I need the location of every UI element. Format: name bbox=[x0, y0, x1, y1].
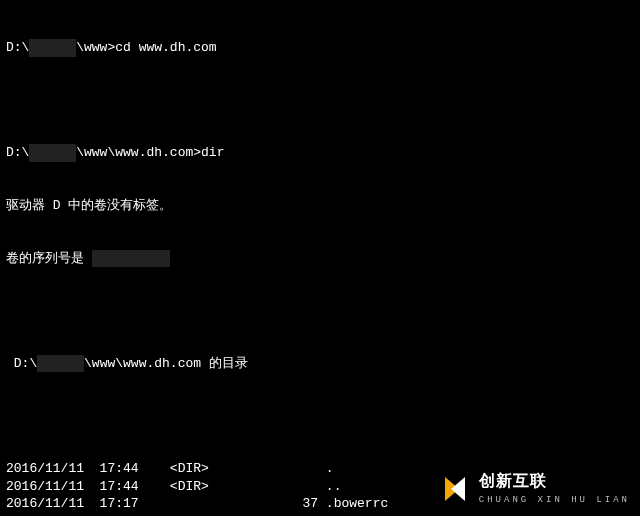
serial-line: 卷的序列号是 bbox=[6, 250, 634, 268]
watermark-sub: CHUANG XIN HU LIAN bbox=[479, 494, 630, 506]
prompt-line-1: D:\ \www>cd www.dh.com bbox=[6, 39, 634, 57]
masked-segment bbox=[29, 39, 76, 57]
masked-segment bbox=[37, 355, 84, 373]
watermark-main: 创新互联 bbox=[479, 472, 630, 494]
masked-segment bbox=[29, 144, 76, 162]
masked-segment bbox=[92, 250, 170, 268]
watermark-logo-icon bbox=[439, 473, 471, 505]
prompt-line-2: D:\ \www\www.dh.com>dir bbox=[6, 144, 634, 162]
command-dir: dir bbox=[201, 145, 224, 160]
watermark: 创新互联 CHUANG XIN HU LIAN bbox=[439, 472, 630, 506]
command-cd: cd www.dh.com bbox=[115, 40, 216, 55]
volume-line: 驱动器 D 中的卷没有标签。 bbox=[6, 197, 634, 215]
terminal-output: D:\ \www>cd www.dh.com D:\ \www\www.dh.c… bbox=[0, 0, 640, 516]
watermark-text: 创新互联 CHUANG XIN HU LIAN bbox=[479, 472, 630, 506]
directory-of-line: D:\ \www\www.dh.com 的目录 bbox=[6, 355, 634, 373]
